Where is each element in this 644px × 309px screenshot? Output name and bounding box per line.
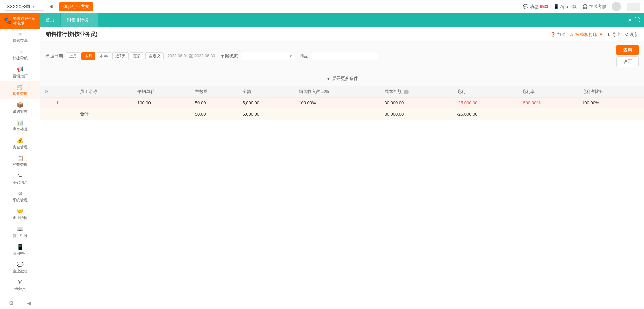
table-footer-row: 合计 50.00 5,000.00 30,000.00 -25,000.00	[40, 108, 644, 120]
app-download-icon: 📱	[554, 4, 559, 9]
footer-amount: 5,000.00	[238, 108, 295, 120]
settings-bottom-icon[interactable]: ⚙	[9, 300, 14, 306]
sidebar-bottom: ⚙ ◀	[0, 297, 40, 309]
tab-close-right-icon[interactable]: ✕	[628, 17, 632, 23]
sidebar-item-inventory[interactable]: 📊 库存核算	[0, 117, 40, 135]
date-filter: 单据日期 上月 本月 本年 近7天 更多 自定义 2023-06-01 至 20…	[46, 52, 215, 60]
sidebar-item-finance[interactable]: 💰 资金管理	[0, 135, 40, 152]
date-btn-custom[interactable]: 自定义	[145, 52, 164, 60]
footer-cost-amt: 30,000.00	[380, 108, 453, 120]
finance-icon: 💰	[17, 137, 24, 144]
user-avatar[interactable]	[612, 2, 621, 11]
content-body: 销售排行榜(按业务员) ❓ 帮助 🖨 按模板打印 ▼ ⬇	[40, 27, 644, 309]
apps-icon: 📱	[17, 244, 24, 250]
sidebar-label-sales: 销售管理	[13, 91, 28, 96]
sidebar-item-purchase[interactable]: 📦 采购管理	[0, 99, 40, 117]
sidebar-item-collab[interactable]: 🤝 企业协同	[0, 205, 40, 223]
marketing-icon: 📢	[17, 66, 24, 72]
sidebar-item-sales[interactable]: 🛒 销售管理	[0, 81, 40, 99]
footer-empty-settings	[40, 108, 52, 120]
date-btn-this-year[interactable]: 本年	[97, 52, 111, 60]
system-icon: ⚙	[18, 190, 23, 197]
company-selector[interactable]: XXXXX公司 ▼	[4, 3, 44, 11]
expand-label: 展开更多条件	[332, 75, 358, 82]
col-settings[interactable]: ⚙	[40, 86, 52, 98]
expand-filter-btn[interactable]: ▼ 展开更多条件	[326, 75, 358, 82]
sidebar-label-quick-nav: 快捷导航	[13, 56, 28, 61]
goods-input[interactable]	[311, 52, 378, 60]
company-name: XXXXX公司	[7, 4, 30, 10]
tab-home-label: 首页	[46, 17, 54, 23]
sidebar-label-search-order: 搜索菜单	[13, 38, 28, 43]
status-select[interactable]	[241, 52, 294, 60]
date-btn-this-month[interactable]: 本月	[81, 52, 95, 60]
set-button[interactable]: 设置	[616, 56, 639, 67]
row-gross-profit: -25,000.00	[453, 98, 518, 108]
refresh-button[interactable]: ↺ 刷新	[625, 32, 639, 38]
row-amount: 5,000.00	[238, 98, 295, 108]
sidebar-item-guide[interactable]: 📖 新手引导	[0, 223, 40, 241]
message-label: 消息	[530, 4, 539, 10]
app-download-label: App下载	[560, 4, 577, 10]
sidebar-item-quick-nav[interactable]: ⌂ 快捷导航	[0, 46, 40, 63]
message-button[interactable]: 💬 消息 99+	[523, 4, 548, 10]
tab-sales-rank[interactable]: 销售排行榜 ×	[61, 13, 98, 27]
row-name	[76, 98, 133, 108]
trial-button[interactable]: 体验行业方案	[59, 2, 93, 11]
message-badge: 99+	[540, 5, 548, 8]
row-avg-price: 100.00	[133, 98, 191, 108]
tab-maximize-icon[interactable]: ⛶	[635, 17, 640, 23]
sidebar-item-member[interactable]: V 畅会员	[0, 276, 40, 294]
sidebar-item-wechat[interactable]: 💬 企业微信	[0, 259, 40, 276]
sidebar-item-apps[interactable]: 📱 应用中心	[0, 241, 40, 259]
sidebar-label-operation: 经营管理	[13, 162, 28, 167]
col-gross-rate: 毛利率	[518, 86, 578, 98]
online-service-button[interactable]: 🎧 在线客服	[582, 4, 606, 10]
company-dropdown-arrow: ▼	[32, 5, 35, 8]
sidebar: 🐾 畅康通好生意 标准版 ≡ 搜索菜单 ⌂ 快捷导航 📢 营销推广 🛒 销售	[0, 13, 40, 309]
query-button[interactable]: 查询	[616, 45, 639, 55]
goods-more-btn[interactable]: ...	[381, 54, 384, 58]
search-order-icon: ≡	[18, 31, 22, 37]
print-label: 按模板打印	[575, 32, 597, 38]
print-button[interactable]: 🖨 按模板打印 ▼	[570, 32, 603, 38]
sidebar-item-basic[interactable]: 🗂 基础信息	[0, 170, 40, 188]
collapse-icon[interactable]: ◀	[27, 300, 31, 306]
help-button[interactable]: ❓ 帮助	[550, 32, 566, 38]
top-right-area: 💬 消息 99+ 📱 App下载 🎧 在线客服	[523, 2, 640, 11]
table-wrap: ⚙ 员工名称 平均单价 主数量	[40, 86, 644, 120]
export-button[interactable]: ⬇ 导出	[607, 32, 621, 38]
status-filter: 单据状态 ▼	[220, 52, 294, 60]
cost-info-icon[interactable]: i	[404, 90, 409, 94]
app-download-button[interactable]: 📱 App下载	[554, 4, 577, 10]
row-qty: 50.00	[191, 98, 239, 108]
help-label: 帮助	[557, 32, 566, 38]
sidebar-item-operation[interactable]: 📋 经营管理	[0, 152, 40, 170]
sidebar-item-search-order[interactable]: ≡ 搜索菜单	[0, 29, 40, 46]
col-amount: 全额	[238, 86, 295, 98]
tab-bar: 首页 销售排行榜 × ✕ ⛶	[40, 13, 644, 27]
sidebar-item-marketing[interactable]: 📢 营销推广	[0, 63, 40, 81]
footer-gross-profit: -25,000.00	[453, 108, 518, 120]
date-btn-last-month[interactable]: 上月	[66, 52, 80, 60]
col-cost-amt: 成本全额 i	[380, 86, 453, 98]
date-btn-more[interactable]: 更多	[130, 52, 144, 60]
sidebar-item-system[interactable]: ⚙ 系统管理	[0, 188, 40, 205]
print-icon: 🖨	[570, 32, 574, 37]
table-header-row: ⚙ 员工名称 平均单价 主数量	[40, 86, 644, 98]
date-btn-7days[interactable]: 近7天	[112, 52, 129, 60]
date-btns: 上月 本月 本年 近7天 更多 自定义	[66, 52, 164, 60]
basic-icon: 🗂	[17, 173, 23, 179]
col-rank	[52, 86, 76, 98]
query-area: 查询 设置	[616, 45, 639, 67]
table-row: 1 100.00 50.00 5,000.00 100.00% 30,000.0…	[40, 98, 644, 108]
col-gross-profit: 毛利	[453, 86, 518, 98]
settings-icon[interactable]: ⚙	[47, 2, 56, 11]
tab-bar-right: ✕ ⛶	[628, 17, 644, 23]
tab-home[interactable]: 首页	[40, 13, 60, 27]
sidebar-label-inventory: 库存核算	[13, 127, 28, 132]
row-rank: 1	[52, 98, 76, 108]
sidebar-label-finance: 资金管理	[13, 145, 28, 150]
sidebar-label-basic: 基础信息	[13, 180, 28, 185]
tab-close-icon[interactable]: ×	[90, 18, 93, 22]
